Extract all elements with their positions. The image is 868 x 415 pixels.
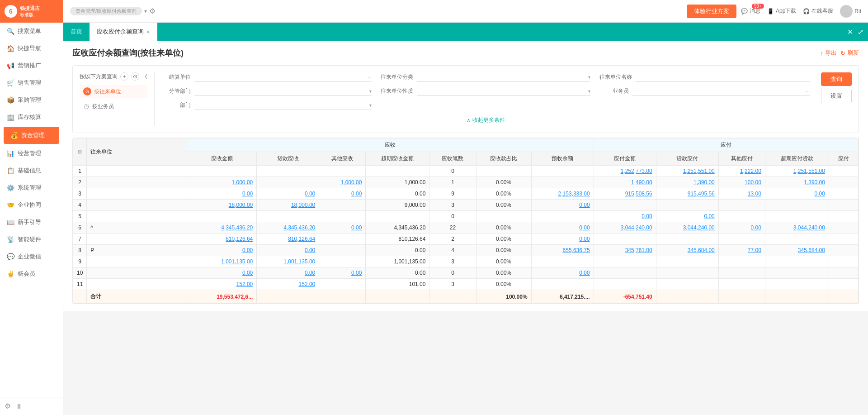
user-avatar[interactable]: Rit <box>840 5 861 18</box>
sidebar-item-search-menu[interactable]: 🔍 搜索菜单 <box>0 23 63 40</box>
sidebar-item-marketing[interactable]: 📢 营销推广 <box>0 57 63 74</box>
dept-input[interactable] <box>194 102 368 108</box>
cell-link[interactable]: 18,000.00 <box>291 202 315 208</box>
cell-link[interactable]: 810,126.64 <box>226 236 253 242</box>
sidebar-item-coop[interactable]: 🤝 企业协同 <box>0 196 63 214</box>
settings-btn[interactable]: 设置 <box>821 89 852 103</box>
collapse-icon[interactable]: ⏸ <box>15 402 23 410</box>
cell-link[interactable]: 0.00 <box>351 224 362 231</box>
cell-link[interactable]: 0.00 <box>242 191 253 197</box>
cell-link[interactable]: 0.00 <box>579 236 590 242</box>
cell-link[interactable]: 810,126.64 <box>288 236 315 242</box>
cell-link[interactable]: 915,508.56 <box>625 191 652 197</box>
partner-nature-input[interactable] <box>417 88 587 94</box>
cell-link[interactable]: 3,044,240.00 <box>683 224 715 231</box>
app-download-btn[interactable]: 📱 App下载 <box>767 7 796 15</box>
partner-name-input[interactable] <box>636 74 810 80</box>
cell-link[interactable]: 4,345,436.20 <box>221 224 253 231</box>
cell-link[interactable]: 0.00 <box>242 270 253 276</box>
cell-link[interactable]: 2,153,333.00 <box>558 191 590 197</box>
cell-link[interactable]: 0.00 <box>579 224 590 231</box>
scheme-item-salesman[interactable]: ⏱ 按业务员 <box>80 100 147 113</box>
cell-link[interactable]: 152.00 <box>236 281 253 287</box>
cell-link[interactable]: 1,251,551.00 <box>683 168 715 174</box>
service-btn[interactable]: 🎧 在线客服 <box>803 7 833 15</box>
cell-link[interactable]: 3,044,240.00 <box>621 224 652 231</box>
sidebar-item-finance[interactable]: 💰 资金管理 <box>4 127 59 144</box>
cell-link[interactable]: 1,490.00 <box>631 179 652 186</box>
cell-link[interactable]: 0.00 <box>305 191 315 197</box>
table-settings-header[interactable]: ⚙ <box>73 138 87 166</box>
sidebar-item-operation[interactable]: 📊 经营管理 <box>0 145 63 162</box>
cell-link[interactable]: 0.00 <box>704 213 714 219</box>
cell-link[interactable]: 345,761.00 <box>625 247 652 253</box>
cell-link[interactable]: 0.00 <box>351 270 362 276</box>
sidebar-item-purchase[interactable]: 📦 采购管理 <box>0 91 63 109</box>
cell-link[interactable]: 3,044,240.00 <box>793 224 825 231</box>
export-btn[interactable]: ↑ 导出 <box>821 49 837 57</box>
sidebar-item-member[interactable]: ✌️ 畅会员 <box>0 265 63 282</box>
dept-manager-input-wrap[interactable]: ▾ <box>194 86 372 96</box>
settlement-input[interactable] <box>194 74 366 80</box>
settings-filter-btn[interactable]: ⊙ <box>131 72 139 81</box>
topbar-gear-icon[interactable]: ⚙ <box>149 7 156 15</box>
cell-link[interactable]: 1,001,135.00 <box>283 258 315 265</box>
tab-ar-ap[interactable]: 应收应付余额查询 × <box>90 23 157 41</box>
cell-link[interactable]: 1,251,551.00 <box>793 168 825 174</box>
partner-category-input-wrap[interactable]: ▾ <box>417 72 591 82</box>
cell-link[interactable]: 1,390.00 <box>804 179 825 186</box>
scheme-item-partner[interactable]: G 按往来单位 <box>80 85 147 98</box>
cell-link[interactable]: 18,000.00 <box>229 202 253 208</box>
collapse-filter-icon[interactable]: 《 <box>142 73 147 81</box>
cell-link[interactable]: 345,684.00 <box>688 247 715 253</box>
partner-category-input[interactable] <box>417 74 587 80</box>
tab-home[interactable]: 首页 <box>63 23 90 41</box>
sidebar-item-basic[interactable]: 📋 基础信息 <box>0 162 63 179</box>
salesman-input[interactable] <box>632 88 804 94</box>
sidebar-item-system[interactable]: ⚙️ 系统管理 <box>0 179 63 196</box>
settings-bottom-icon[interactable]: ⚙ <box>5 402 11 410</box>
cell-link[interactable]: 1,252,773.00 <box>621 168 652 174</box>
cell-link[interactable]: 77.00 <box>748 247 761 253</box>
tab-close-window-icon[interactable]: ✕ <box>847 28 853 36</box>
cell-link[interactable]: 152.00 <box>299 281 316 287</box>
cell-link[interactable]: 0.00 <box>579 270 590 276</box>
tab-maximize-icon[interactable]: ⤢ <box>858 28 863 36</box>
dept-input-wrap[interactable]: ▾ <box>194 100 372 110</box>
cell-link[interactable]: 0.00 <box>579 202 590 208</box>
tab-close-icon[interactable]: × <box>146 29 150 35</box>
cell-link[interactable]: 0.00 <box>815 191 825 197</box>
cell-link[interactable]: 655,636.75 <box>563 247 590 253</box>
cell-link[interactable]: 0.00 <box>642 213 652 219</box>
cell-link[interactable]: 0.00 <box>242 247 253 253</box>
cell-link[interactable]: 13.00 <box>748 191 761 197</box>
refresh-btn[interactable]: ↻ 刷新 <box>840 49 859 57</box>
cell-link[interactable]: 0.00 <box>351 191 362 197</box>
cell-link[interactable]: 1,000.00 <box>341 179 362 186</box>
cell-link[interactable]: 915,495.56 <box>688 191 715 197</box>
cell-link[interactable]: 1,001,135.00 <box>221 258 253 265</box>
sidebar-item-wechat[interactable]: 💬 企业微信 <box>0 248 63 265</box>
sidebar-item-hardware[interactable]: 📡 智能硬件 <box>0 231 63 248</box>
cell-link[interactable]: 0.00 <box>750 224 761 231</box>
sidebar-item-guide[interactable]: 📖 新手引导 <box>0 214 63 231</box>
cell-link[interactable]: 0.00 <box>305 247 315 253</box>
cell-link[interactable]: 0.00 <box>305 270 315 276</box>
settlement-input-wrap[interactable]: ··· <box>194 72 372 82</box>
query-btn[interactable]: 查询 <box>821 72 852 86</box>
add-filter-btn[interactable]: + <box>120 72 128 81</box>
sidebar-item-quick-nav[interactable]: 🏠 快捷导航 <box>0 40 63 57</box>
cell-link[interactable]: 1,390.00 <box>693 179 715 186</box>
salesman-input-wrap[interactable]: ··· <box>632 86 810 96</box>
cell-link[interactable]: 345,684.00 <box>798 247 825 253</box>
cell-link[interactable]: 100.00 <box>745 179 761 186</box>
cell-link[interactable]: 1,000.00 <box>232 179 253 186</box>
sidebar-item-sales[interactable]: 🛒 销售管理 <box>0 74 63 91</box>
collapse-btn[interactable]: ∧ 收起更多条件 <box>161 114 810 126</box>
partner-nature-input-wrap[interactable]: ▾ <box>417 86 591 96</box>
sidebar-item-inventory[interactable]: 🏢 库存核算 <box>0 109 63 126</box>
cell-link[interactable]: 4,345,436.20 <box>283 224 315 231</box>
solution-btn[interactable]: 体验行业方案 <box>687 5 736 18</box>
cell-link[interactable]: 1,222.00 <box>740 168 761 174</box>
dept-manager-input[interactable] <box>194 88 368 94</box>
